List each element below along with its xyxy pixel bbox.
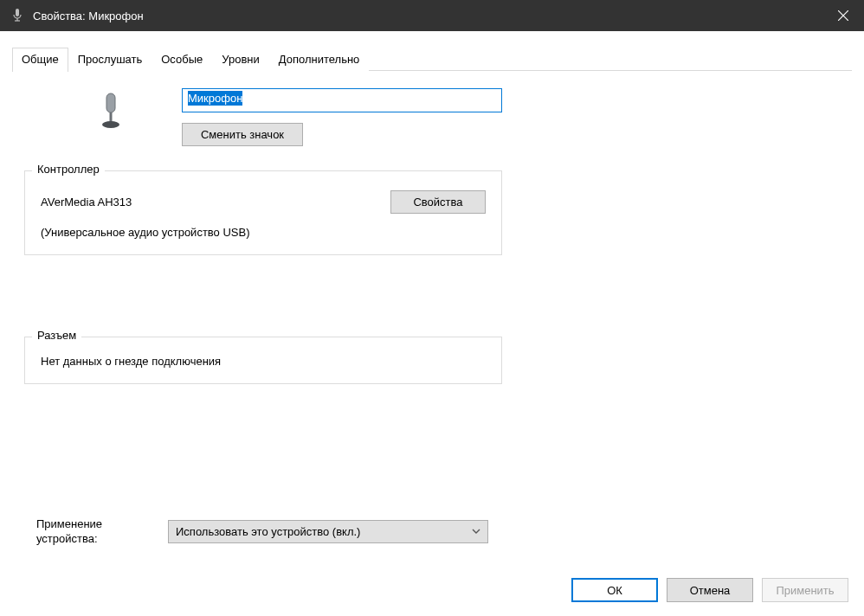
device-name-input[interactable]: Микрофон: [182, 88, 502, 112]
controller-group: Контроллер AVerMedia AH313 Свойства (Уни…: [24, 170, 502, 255]
device-usage-select[interactable]: Использовать это устройство (вкл.): [168, 520, 488, 543]
jack-group-title: Разъем: [32, 329, 81, 342]
device-large-icon: [92, 92, 130, 130]
tab-levels[interactable]: Уровни: [212, 48, 268, 71]
window-title: Свойства: Микрофон: [33, 10, 822, 22]
svg-rect-5: [106, 93, 115, 112]
change-icon-button[interactable]: Сменить значок: [182, 123, 303, 146]
svg-point-8: [102, 121, 119, 128]
jack-info: Нет данных о гнезде подключения: [41, 355, 486, 368]
title-bar: Свойства: Микрофон: [0, 0, 864, 31]
jack-group: Разъем Нет данных о гнезде подключения: [24, 337, 502, 384]
ok-button[interactable]: ОК: [571, 578, 658, 602]
tab-general[interactable]: Общие: [12, 48, 68, 72]
microphone-icon: [10, 9, 24, 22]
tab-listen[interactable]: Прослушать: [68, 48, 152, 71]
tab-advanced[interactable]: Дополнительно: [269, 48, 370, 71]
chevron-down-icon: [472, 525, 480, 538]
controller-group-title: Контроллер: [32, 163, 105, 176]
tab-content-general: Микрофон Сменить значок Контроллер AVerM…: [0, 71, 864, 564]
device-name-value: Микрофон: [188, 91, 242, 106]
controller-subtitle: (Универсальное аудио устройство USB): [41, 226, 486, 239]
close-button[interactable]: [822, 0, 864, 31]
dialog-footer: ОК Отмена Применить: [0, 564, 864, 616]
tab-custom[interactable]: Особые: [152, 48, 212, 71]
tab-strip: Общие Прослушать Особые Уровни Дополните…: [0, 31, 864, 71]
device-usage-label: Применение устройства:: [36, 517, 149, 547]
cancel-button[interactable]: Отмена: [667, 578, 753, 602]
controller-name: AVerMedia AH313: [41, 196, 132, 209]
controller-properties-button[interactable]: Свойства: [390, 190, 486, 214]
device-usage-selected: Использовать это устройство (вкл.): [176, 525, 360, 538]
svg-rect-0: [16, 9, 19, 16]
apply-button[interactable]: Применить: [762, 578, 848, 602]
